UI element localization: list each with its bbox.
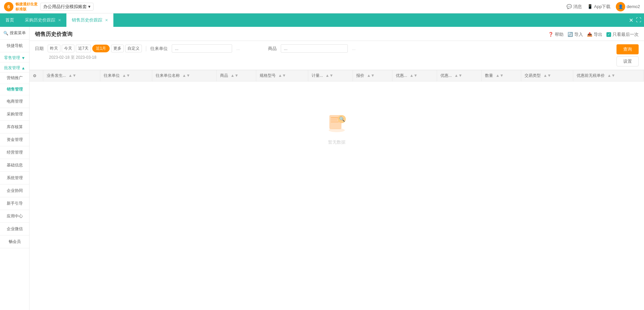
date-btn-last1month[interactable]: 近1月 bbox=[92, 45, 110, 52]
th-tax-free-price[interactable]: 优惠前无税单价 ▲▼ bbox=[573, 70, 644, 82]
date-btn-yesterday[interactable]: 昨天 bbox=[48, 45, 60, 52]
svg-text:🔍: 🔍 bbox=[339, 116, 345, 122]
date-btn-last7days[interactable]: 近7天 bbox=[76, 45, 91, 52]
date-btn-more[interactable]: 更多 bbox=[111, 45, 124, 52]
sidebar-item-basic-info[interactable]: 基础信息 bbox=[0, 159, 29, 172]
sidebar-item-enterprise[interactable]: 企业协同 bbox=[0, 185, 29, 197]
th-discount2[interactable]: 优惠... ▲▼ bbox=[437, 70, 482, 82]
sort-icon-biz-date: ▲▼ bbox=[68, 73, 76, 78]
search-icon: 🔍 bbox=[3, 31, 8, 36]
sort-icon-tax-free: ▲▼ bbox=[607, 73, 615, 78]
th-trade-type[interactable]: 交易类型 ▲▼ bbox=[521, 70, 573, 82]
import-action[interactable]: 🔄 导入 bbox=[568, 32, 583, 38]
sidebar-item-wechat[interactable]: 企业微信 bbox=[0, 223, 29, 236]
avatar: 👤 bbox=[616, 2, 625, 11]
svg-rect-6 bbox=[331, 121, 339, 122]
sidebar-item-sales-mgmt[interactable]: 销售管理 bbox=[0, 84, 29, 95]
app-download-action[interactable]: 📱 App下载 bbox=[587, 4, 610, 10]
sidebar-item-inventory[interactable]: 库存核算 bbox=[0, 121, 29, 134]
table-header-row: ⚙ 业务发生... ▲▼ 往来单位 ▲▼ 往来单位名称 bbox=[30, 70, 644, 82]
partner-input[interactable] bbox=[172, 44, 232, 53]
partner-filter-label: 往来单位 bbox=[150, 46, 168, 52]
sidebar-item-operations[interactable]: 经营管理 bbox=[0, 146, 29, 159]
export-icon: 📤 bbox=[587, 32, 592, 37]
logo-icon: 6 bbox=[4, 2, 13, 11]
help-action[interactable]: ❓ 帮助 bbox=[548, 32, 564, 38]
sort-icon-qty: ▲▼ bbox=[496, 73, 504, 78]
svg-rect-5 bbox=[331, 119, 337, 120]
th-biz-date[interactable]: 业务发生... ▲▼ bbox=[43, 70, 100, 82]
date-filter-label: 日期 bbox=[35, 46, 44, 52]
sort-icon-unit: ▲▼ bbox=[325, 73, 333, 78]
close-purchase-tab-icon[interactable]: ✕ bbox=[58, 18, 61, 22]
th-partner-name[interactable]: 往来单位名称 ▲▼ bbox=[152, 70, 216, 82]
empty-text: 暂无数据 bbox=[328, 139, 345, 145]
tab-bar: 首页 采购历史价跟踪 ✕ 销售历史价跟踪 ✕ ✕ ⛶ bbox=[0, 13, 644, 27]
sidebar-item-finance[interactable]: 资金管理 bbox=[0, 134, 29, 146]
page-title: 销售历史价查询 bbox=[35, 31, 72, 38]
user-action[interactable]: 👤 demo2 bbox=[616, 2, 640, 11]
header-left: 6 畅捷通好生意 标准版 办公用品行业模拟账套 ▾ bbox=[4, 2, 94, 11]
th-discount1[interactable]: 优惠... ▲▼ bbox=[392, 70, 437, 82]
tab-bar-controls: ✕ ⛶ bbox=[629, 17, 644, 23]
logo: 6 畅捷通好生意 标准版 bbox=[4, 2, 38, 11]
th-goods[interactable]: 商品 ▲▼ bbox=[217, 70, 256, 82]
export-action[interactable]: 📤 导出 bbox=[587, 32, 602, 38]
th-settings[interactable]: ⚙ bbox=[30, 70, 43, 82]
sidebar-item-marketing[interactable]: 营销推广 bbox=[0, 72, 29, 84]
th-qty[interactable]: 数量 ▲▼ bbox=[482, 70, 521, 82]
settings-icon: ⚙ bbox=[33, 73, 37, 78]
goods-filter-label: 商品 bbox=[268, 46, 277, 52]
sidebar-item-quick-nav[interactable]: 快捷导航 bbox=[0, 40, 29, 52]
sort-icon-partner: ▲▼ bbox=[122, 73, 130, 78]
page-header: 销售历史价查询 ❓ 帮助 🔄 导入 📤 导出 ✓ bbox=[30, 27, 644, 41]
svg-text:6: 6 bbox=[7, 4, 10, 9]
goods-input[interactable] bbox=[281, 44, 348, 53]
chevron-down-icon: ▾ bbox=[88, 4, 91, 9]
sidebar-item-app-center[interactable]: 应用中心 bbox=[0, 210, 29, 223]
tab-sales-history[interactable]: 销售历史价跟踪 ✕ bbox=[66, 13, 113, 27]
import-icon: 🔄 bbox=[568, 32, 573, 37]
chevron-down-icon: ▼ bbox=[21, 56, 25, 60]
filter-row-1: 日期 昨天 今天 近7天 近1月 更多 自定义 往来单位 ... bbox=[35, 44, 611, 53]
data-table: ⚙ 业务发生... ▲▼ 往来单位 ▲▼ 往来单位名称 bbox=[30, 70, 644, 82]
only-last-checkbox-label[interactable]: ✓ 只看最后一次 bbox=[606, 32, 639, 38]
empty-state-icon: 🔍 bbox=[323, 108, 350, 135]
filter-row-2: 2023-02-18 至 2023-03-18 bbox=[35, 55, 611, 60]
message-icon: 💬 bbox=[567, 4, 572, 9]
settings-button[interactable]: 设置 bbox=[616, 56, 639, 66]
date-btn-today[interactable]: 今天 bbox=[62, 45, 74, 52]
sidebar-item-member[interactable]: 畅会员 bbox=[0, 236, 29, 248]
sort-icon-partner-name: ▲▼ bbox=[182, 73, 190, 78]
sidebar-item-ecommerce[interactable]: 电商管理 bbox=[0, 95, 29, 108]
tab-purchase-history[interactable]: 采购历史价跟踪 ✕ bbox=[19, 13, 66, 27]
sort-icon-price: ▲▼ bbox=[367, 73, 375, 78]
page-content: 销售历史价查询 ❓ 帮助 🔄 导入 📤 导出 ✓ bbox=[30, 27, 644, 310]
tab-home[interactable]: 首页 bbox=[0, 13, 19, 27]
filters-left: 日期 昨天 今天 近7天 近1月 更多 自定义 往来单位 ... bbox=[35, 44, 611, 60]
close-sales-tab-icon[interactable]: ✕ bbox=[105, 18, 108, 22]
sidebar-item-guide[interactable]: 新手引导 bbox=[0, 197, 29, 210]
account-selector[interactable]: 办公用品行业模拟账套 ▾ bbox=[40, 3, 94, 11]
th-spec[interactable]: 规格型号 ▲▼ bbox=[256, 70, 308, 82]
sidebar-item-purchase[interactable]: 采购管理 bbox=[0, 108, 29, 121]
empty-state: 🔍 暂无数据 bbox=[30, 82, 644, 172]
th-partner-code[interactable]: 往来单位 ▲▼ bbox=[100, 70, 152, 82]
message-action[interactable]: 💬 消息 bbox=[567, 4, 582, 10]
date-btn-custom[interactable]: 自定义 bbox=[125, 45, 142, 52]
query-button[interactable]: 查询 bbox=[616, 44, 639, 54]
maximize-icon[interactable]: ⛶ bbox=[636, 17, 641, 23]
mobile-icon: 📱 bbox=[587, 4, 593, 9]
th-unit[interactable]: 计量... ▲▼ bbox=[308, 70, 353, 82]
sort-icon-discount1: ▲▼ bbox=[410, 73, 418, 78]
sidebar-item-system[interactable]: 系统管理 bbox=[0, 172, 29, 185]
sort-icon-spec: ▲▼ bbox=[278, 73, 286, 78]
th-price[interactable]: 报价 ▲▼ bbox=[353, 70, 392, 82]
top-header: 6 畅捷通好生意 标准版 办公用品行业模拟账套 ▾ 💬 消息 📱 App下载 👤… bbox=[0, 0, 644, 13]
sidebar-item-wholesale[interactable]: 批发管理 ▲ bbox=[0, 62, 29, 72]
content-area: 销售历史价查询 ❓ 帮助 🔄 导入 📤 导出 ✓ bbox=[30, 27, 644, 310]
sidebar-item-retail[interactable]: 零售管理 ▼ bbox=[0, 52, 29, 62]
date-shortcuts: 昨天 今天 近7天 近1月 更多 自定义 bbox=[48, 45, 142, 52]
close-window-icon[interactable]: ✕ bbox=[629, 17, 633, 23]
sidebar-item-search[interactable]: 🔍 搜索菜单 bbox=[0, 27, 29, 40]
